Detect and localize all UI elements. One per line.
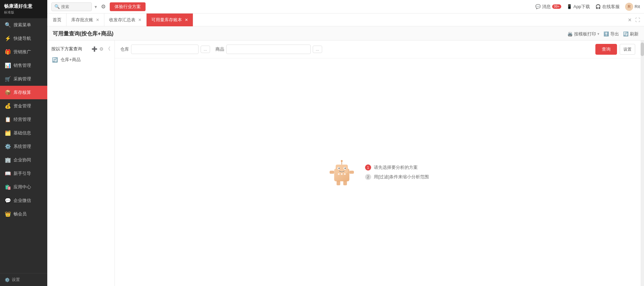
content-area: 按以下方案查询 ➕ ⚙ 《 🔄 仓库+商品 仓库 ... [47,41,644,286]
sidebar-item-label: 基础信息 [14,130,31,136]
close-window-icon[interactable]: ✕ [628,17,632,23]
bell-icon: 💬 [535,4,541,9]
book-icon: 📖 [5,171,11,177]
sidebar-item-corp[interactable]: 🏢 企业协同 [0,153,47,167]
svg-rect-8 [330,171,334,174]
query-button[interactable]: 查询 [595,44,617,55]
print-icon: 🖨️ [567,31,573,36]
page-title: 可用量查询(按仓库+商品) [53,30,113,37]
filter-panel-header: 按以下方案查询 ➕ ⚙ 《 [47,44,114,54]
filter-panel-actions: ➕ ⚙ 《 [92,46,110,52]
warehouse-field: 仓库 ... [120,45,210,54]
tab-close-icon[interactable]: ✕ [138,18,141,22]
manage-filter-icon[interactable]: ⚙ [99,46,104,52]
tab-batch[interactable]: 库存批次账 ✕ [67,14,104,26]
user-profile[interactable]: R Rit [625,3,640,11]
empty-tip-2: 2 用[过滤]条件来缩小分析范围 [365,174,429,180]
tab-label: 可用量库存账本 [151,17,182,23]
sidebar-item-finance[interactable]: 💰 资金管理 [0,99,47,113]
refresh-button[interactable]: 🔄 刷新 [623,31,639,37]
chat-icon: 💬 [5,198,11,204]
sidebar-item-label: 系统管理 [14,144,31,150]
print-label: 按模板打印 [574,31,596,37]
customer-service-label: 在线客服 [602,4,620,10]
tip-text-1: 请先选择要分析的方案 [374,164,418,171]
filter-item-label: 仓库+商品 [60,57,81,63]
sidebar-item-label: 营销推广 [14,49,31,55]
sidebar-item-purchase[interactable]: 🛒 采购管理 [0,72,47,86]
phone-icon: 📱 [567,4,572,9]
maximize-icon[interactable]: ⛶ [635,17,640,23]
notification-button[interactable]: 💬 消息 99+ [535,4,561,10]
sidebar-item-ops[interactable]: 📋 经营管理 [0,113,47,126]
headset-icon: 🎧 [595,4,601,9]
sidebar-item-guide[interactable]: 📖 新手引导 [0,167,47,180]
filter-item-warehouse-product[interactable]: 🔄 仓库+商品 [47,54,114,66]
sidebar-item-system[interactable]: ⚙️ 系统管理 [0,140,47,153]
tab-close-icon[interactable]: ✕ [96,18,99,22]
right-scrollbar[interactable] [641,41,644,286]
sidebar-footer[interactable]: ⚙️ 设置 [0,273,47,286]
sidebar-item-base[interactable]: 🗂️ 基础信息 [0,126,47,140]
tabs-bar: 首页 库存批次账 ✕ 收发存汇总表 ✕ 可用量库存账本 ✕ ✕ ⛶ [47,14,644,26]
tab-label: 收发存汇总表 [109,17,135,23]
app-download-button[interactable]: 📱 App下载 [567,4,590,10]
sidebar-item-quicknav[interactable]: ⚡ 快捷导航 [0,32,47,45]
sidebar-item-label: 库存核算 [14,89,31,96]
sidebar-item-inventory[interactable]: 📦 库存核算 [0,86,47,99]
tab-label: 库存批次账 [71,17,93,23]
sidebar-item-label: 搜索菜单 [14,22,31,28]
username-label: Rit [635,4,640,9]
sidebar-item-appstore[interactable]: 🛍️ 应用中心 [0,180,47,194]
tip-num-1: 1 [365,164,371,171]
empty-state-content: 1 请先选择要分析的方案 2 用[过滤]条件来缩小分析范围 [327,157,429,187]
clipboard-icon: 📋 [5,116,11,123]
window-controls: ✕ ⛶ [628,17,644,23]
svg-point-13 [341,173,342,175]
empty-robot-illustration [327,157,357,187]
sidebar-item-label: 应用中心 [14,184,31,190]
settings-icon[interactable]: ⚙ [100,2,107,11]
print-button[interactable]: 🖨️ 按模板打印 ▾ [567,31,599,37]
page-header-actions: 🖨️ 按模板打印 ▾ ⬆️ 导出 🔄 刷新 [567,31,639,37]
svg-rect-10 [337,181,340,185]
bag-icon: 🛍️ [5,184,11,190]
sidebar-item-sales[interactable]: 📊 销售管理 [0,59,47,72]
tab-summary[interactable]: 收发存汇总表 ✕ [104,14,147,26]
settings-button[interactable]: 设置 [620,44,635,55]
sidebar-item-label: 采购管理 [14,76,31,82]
svg-point-14 [344,173,345,175]
tab-close-icon[interactable]: ✕ [185,18,188,22]
product-input[interactable] [226,45,311,54]
office-icon: 🏢 [5,157,11,163]
search-input[interactable] [61,4,88,9]
tab-home[interactable]: 首页 [47,14,67,26]
empty-state: 1 请先选择要分析的方案 2 用[过滤]条件来缩小分析范围 [115,58,641,286]
notification-label: 消息 [542,4,551,10]
crown-icon: 👑 [5,211,11,217]
sidebar-item-marketing[interactable]: 🎁 营销推广 [0,45,47,59]
sidebar-item-label: 销售管理 [14,62,31,69]
add-filter-icon[interactable]: ➕ [92,46,97,52]
svg-point-4 [338,168,340,169]
tab-available[interactable]: 可用量库存账本 ✕ [147,14,193,26]
sidebar-item-search[interactable]: 🔍 搜索菜单 [0,18,47,32]
collapse-filter-icon[interactable]: 《 [106,46,110,52]
filter-panel: 按以下方案查询 ➕ ⚙ 《 🔄 仓库+商品 [47,41,115,286]
topbar-search-box[interactable]: 🔍 [51,2,92,11]
export-button[interactable]: ⬆️ 导出 [603,31,619,37]
warehouse-input[interactable] [131,45,199,54]
app-download-label: App下载 [573,4,590,10]
warehouse-more-button[interactable]: ... [201,46,210,53]
empty-tips: 1 请先选择要分析的方案 2 用[过滤]条件来缩小分析范围 [365,164,429,180]
product-more-button[interactable]: ... [313,46,322,53]
lightning-icon: ⚡ [5,35,11,42]
customer-service-button[interactable]: 🎧 在线客服 [595,4,620,10]
page-header: 可用量查询(按仓库+商品) 🖨️ 按模板打印 ▾ ⬆️ 导出 🔄 刷新 [47,26,644,41]
sidebar-item-member[interactable]: 👑 畅会员 [0,207,47,221]
sidebar-item-label: 资金管理 [14,103,31,109]
industry-solution-button[interactable]: 体验行业方案 [110,2,146,11]
query-bar: 仓库 ... 商品 ... 查询 设置 [115,41,641,58]
dropdown-chevron-icon[interactable]: ▾ [95,4,97,9]
sidebar-item-wechat[interactable]: 💬 企业微信 [0,194,47,207]
